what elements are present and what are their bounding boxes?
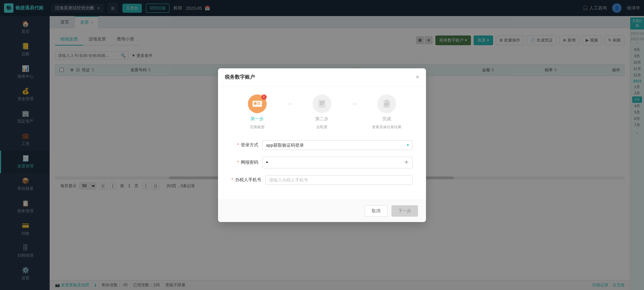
modal-footer: 取消 下一步 [218,200,426,222]
step-1-desc: 完善账密 [250,125,265,130]
modal-close-btn[interactable]: × [416,74,419,81]
receipt-svg [317,99,327,108]
step-3-icon-wrapper [377,94,396,113]
modal-header: 税务数字账户 × [218,68,426,86]
svg-rect-12 [384,105,388,106]
step-3: 完成 查看具体任务结果 [361,94,413,130]
step-2: 第二步 去取票 [296,94,347,130]
form-password-row: * 网报密码 👁 [231,157,413,168]
tax-digital-modal: 税务数字账户 × [218,68,426,222]
step-1: ! 第一步 完善账密 [231,94,283,130]
steps-row: ! 第一步 完善账密 → [231,94,413,130]
step-arrow-1: → [283,94,296,107]
step-2-desc: 去取票 [316,125,327,130]
login-method-label: * 登录方式 [231,142,258,148]
step-1-icon-wrapper: ! [248,94,267,113]
modal-body: ! 第一步 完善账密 → [218,86,426,200]
svg-rect-5 [320,101,324,102]
form-phone-row: * 办税人手机号 [231,175,413,185]
modal-title: 税务数字账户 [225,74,255,80]
step-arrow-2: → [348,94,361,107]
svg-rect-4 [319,100,325,108]
form-login-method-row: * 登录方式 app获取验证码登录 账号密码登录 ▾ [231,140,413,150]
phone-input[interactable] [269,177,409,183]
phone-label: * 办税人手机号 [231,177,261,183]
svg-rect-9 [385,100,388,101]
svg-rect-11 [384,104,389,105]
login-method-control[interactable]: app获取验证码登录 账号密码登录 ▾ [262,140,413,150]
required-star-1: * [237,142,239,147]
required-star-2: * [237,160,239,165]
password-control: 👁 [262,157,413,168]
cancel-btn[interactable]: 取消 [365,205,387,217]
step-3-desc: 查看具体任务结果 [372,125,401,130]
clipboard-svg [382,99,391,108]
svg-rect-3 [257,104,260,104]
svg-rect-6 [320,103,324,103]
id-card-svg [252,100,262,108]
step-2-icon-wrapper [313,94,331,113]
svg-rect-7 [320,104,323,105]
password-label: * 网报密码 [231,159,258,165]
next-btn[interactable]: 下一步 [391,205,418,217]
svg-point-1 [254,102,257,105]
step-3-icon [377,94,396,113]
login-method-select[interactable]: app获取验证码登录 账号密码登录 [266,143,407,148]
svg-rect-10 [384,103,389,103]
modal-overlay: 税务数字账户 × [0,0,644,290]
phone-control [265,175,413,185]
password-input[interactable] [266,159,404,166]
required-star-3: * [231,177,233,182]
step-1-error-badge: ! [261,94,267,100]
step-3-label: 完成 [382,116,391,122]
step-2-icon [313,94,331,113]
step-1-label: 第一步 [251,116,264,122]
password-toggle-icon[interactable]: 👁 [404,160,409,165]
svg-rect-2 [257,102,261,103]
login-method-arrow: ▾ [407,143,409,147]
step-2-label: 第二步 [315,116,328,122]
